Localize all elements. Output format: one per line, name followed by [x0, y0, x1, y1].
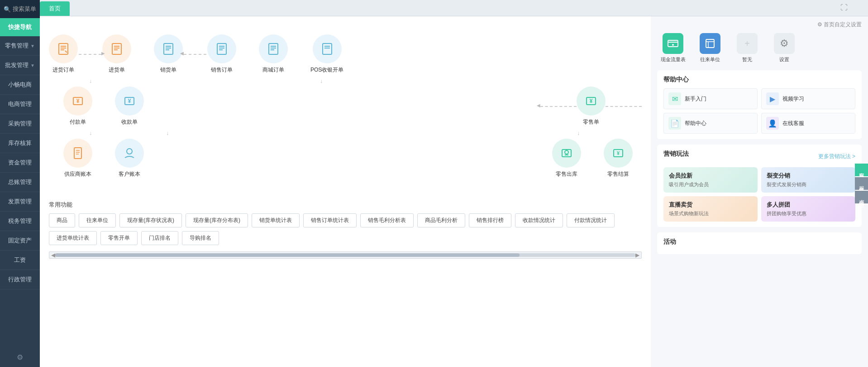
flow-node-retail-out[interactable]: 零售出库 [552, 139, 581, 178]
customize-label: ⚙ 首页自定义设置 [817, 21, 862, 28]
sidebar-item-ecom[interactable]: 电商管理 [0, 95, 40, 114]
arrow-1 [79, 54, 101, 55]
func-btn-stock1[interactable]: 现存量(库存状况表) [119, 213, 182, 227]
scroll-right-btn[interactable]: ▶ [635, 252, 639, 258]
marketing-more-link[interactable]: 更多营销玩法 > [818, 153, 855, 160]
help-item-help[interactable]: 📄 帮助中心 [663, 113, 758, 134]
flow-node-mall-order[interactable]: 商城订单 [259, 34, 288, 74]
sidebar-item-assets[interactable]: 固定资产 [0, 231, 40, 251]
flow-node-sale-order[interactable]: 销售订单 [207, 34, 236, 74]
flow-node-receipt[interactable]: ¥ 收款单 [115, 87, 144, 126]
svg-rect-4 [112, 43, 121, 54]
quick-icon-cashflow[interactable]: 现金流量表 [657, 33, 689, 63]
sidebar-search[interactable]: 🔍 搜索菜单 [0, 0, 40, 18]
fission-sub: 裂变式发展分销商 [767, 181, 850, 188]
sidebar-item-purchase[interactable]: 采购管理 [0, 114, 40, 134]
sidebar-item-retail[interactable]: 零售管理 ▼ [0, 36, 40, 56]
func-buttons-grid: 商品 往来单位 现存量(库存状况表) 现存量(库存分布表) 销货单统计表 销售订… [49, 213, 642, 245]
beginner-icon: ✉ [668, 92, 681, 105]
common-func-title: 常用功能 [49, 201, 642, 209]
svg-text:¥: ¥ [590, 98, 593, 104]
activity-title: 活动 [663, 238, 855, 246]
func-btn-profit1[interactable]: 销售毛利分析表 [360, 213, 414, 227]
sidebar-item-ecom-small[interactable]: 小畅电商 [0, 75, 40, 95]
live-sub: 场景式购物新玩法 [669, 210, 752, 217]
fullscreen-icon[interactable]: ⛶ [840, 4, 848, 12]
scroll-thumb[interactable] [55, 253, 520, 257]
func-btn-ranking[interactable]: 销售排行榜 [469, 213, 511, 227]
func-btn-profit2[interactable]: 商品毛利分析 [417, 213, 465, 227]
func-btn-units[interactable]: 往来单位 [79, 213, 116, 227]
sidebar-item-label: 总账管理 [8, 178, 32, 186]
scroll-track[interactable] [55, 253, 635, 257]
fission-title: 裂变分销 [767, 172, 850, 180]
flow-node-payment[interactable]: ¥ 付款单 [63, 87, 92, 126]
sidebar-item-wholesale[interactable]: 批发管理 ▼ [0, 56, 40, 75]
flow-node-sale[interactable]: 销货单 [154, 34, 183, 74]
func-btn-purchase-stat[interactable]: 进货单统计表 [49, 231, 97, 245]
purchase-order-label: 进货订单 [52, 66, 74, 74]
func-btn-receipt-stat[interactable]: 收款情况统计 [515, 213, 563, 227]
marketing-live[interactable]: 直播卖货 场景式购物新玩法 [663, 196, 758, 222]
flow-node-customer-ledger[interactable]: 客户账本 [115, 139, 144, 178]
sidebar-item-ledger[interactable]: 总账管理 [0, 173, 40, 192]
right-panel: ⚙ 首页自定义设置 现金流量表 往来单位 [651, 16, 868, 367]
svg-rect-42 [706, 39, 714, 48]
quick-icon-settings[interactable]: ⚙ 设置 [768, 33, 800, 63]
sidebar-item-inventory[interactable]: 库存核算 [0, 134, 40, 153]
customize-settings[interactable]: ⚙ 首页自定义设置 [657, 21, 862, 29]
chevron-down-icon: ▼ [30, 63, 35, 68]
marketing-grid: 会员拉新 吸引用户成为会员 裂变分销 裂变式发展分销商 直播卖货 场景式购物新玩… [663, 167, 855, 222]
quick-icon-none[interactable]: + 暂无 [731, 33, 763, 63]
svg-rect-8 [164, 43, 173, 54]
horizontal-scrollbar[interactable]: ◀ ▶ [49, 251, 642, 259]
help-item-service[interactable]: 👤 在线客服 [761, 113, 855, 134]
sidebar-item-tax[interactable]: 税务管理 [0, 212, 40, 231]
cashflow-label: 现金流量表 [661, 56, 686, 63]
func-btn-goods[interactable]: 商品 [49, 213, 75, 227]
func-btn-guide-rank[interactable]: 导购排名 [182, 231, 219, 245]
flow-node-supplier-ledger[interactable]: 供应商账本 [63, 139, 92, 178]
help-grid: ✉ 新手入门 ▶ 视频学习 📄 帮助中心 👤 在线客服 [663, 88, 855, 134]
marketing-fission[interactable]: 裂变分销 裂变式发展分销商 [761, 167, 855, 193]
sidebar-settings-button[interactable]: ⚙ [0, 348, 40, 367]
arrow-2: ◀ [184, 54, 206, 55]
pos-icon [313, 34, 342, 63]
sale-label: 销货单 [160, 66, 176, 74]
quick-icon-units[interactable]: 往来单位 [694, 33, 726, 63]
sidebar-item-admin[interactable]: 行政管理 [0, 270, 40, 290]
flow-node-retail[interactable]: ¥ 零售单 [577, 87, 606, 126]
scroll-left-btn[interactable]: ◀ [51, 252, 55, 258]
flow-node-purchase-order[interactable]: 进货订单 [49, 34, 78, 74]
help-item-video[interactable]: ▶ 视频学习 [761, 88, 855, 109]
float-btn-community[interactable]: 服务社区 [855, 177, 868, 190]
sidebar-item-finance[interactable]: 资金管理 [0, 153, 40, 173]
func-btn-payment-stat[interactable]: 付款情况统计 [567, 213, 615, 227]
func-btn-stock2[interactable]: 现存量(库存分布表) [186, 213, 248, 227]
sidebar-item-label: 零售管理 [5, 42, 29, 50]
flow-node-purchase[interactable]: 进货单 [102, 34, 131, 74]
float-btn-desktop[interactable]: 桌面快捷 [855, 191, 868, 203]
content-area: 进货订单 进货单 [40, 16, 868, 367]
float-btn-service[interactable]: 客服热线 [855, 164, 868, 176]
marketing-member[interactable]: 会员拉新 吸引用户成为会员 [663, 167, 758, 193]
tab-home[interactable]: 首页 [40, 1, 70, 16]
supplier-ledger-icon [63, 139, 92, 168]
sidebar-item-salary[interactable]: 工资 [0, 251, 40, 270]
svg-rect-12 [217, 43, 226, 54]
receipt-icon: ¥ [115, 87, 144, 116]
sidebar-item-label: 固定资产 [8, 237, 32, 245]
marketing-group[interactable]: 多人拼团 拼团购物享受优惠 [761, 196, 855, 222]
func-btn-store-rank[interactable]: 门店排名 [141, 231, 178, 245]
sidebar-item-label: 库存核算 [8, 139, 32, 147]
sidebar-item-label: 批发管理 [5, 61, 29, 69]
help-item-beginner[interactable]: ✉ 新手入门 [663, 88, 758, 109]
flow-node-pos[interactable]: POS收银开单 [310, 34, 343, 74]
func-btn-retail-order[interactable]: 零售开单 [100, 231, 138, 245]
sidebar-item-invoice[interactable]: 发票管理 [0, 192, 40, 212]
func-btn-order-stat[interactable]: 销售订单统计表 [303, 213, 357, 227]
func-btn-sales-stat[interactable]: 销货单统计表 [252, 213, 300, 227]
payment-icon: ¥ [63, 87, 92, 116]
flow-node-retail-settle[interactable]: ¥ 零售结算 [604, 139, 633, 178]
down-arrow-purchase: ↓ [63, 76, 118, 87]
